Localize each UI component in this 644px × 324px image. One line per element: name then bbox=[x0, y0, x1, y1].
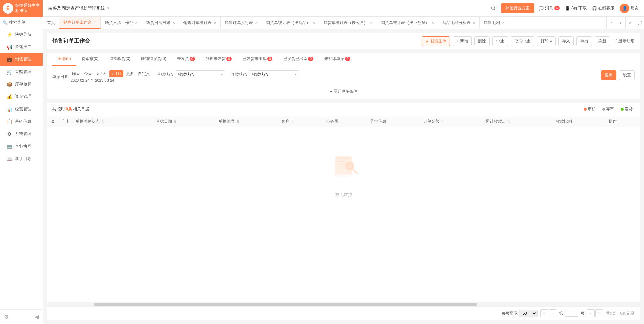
th-amount[interactable]: 订单金额 ⇅ bbox=[419, 116, 482, 127]
date-7days[interactable]: 近7天 bbox=[95, 70, 108, 77]
tab-close-sales-summary-staff[interactable]: ✕ bbox=[431, 21, 434, 25]
tab-close-sales-order[interactable]: ✕ bbox=[94, 21, 96, 24]
tab-sales-order[interactable]: 销售订单工作台 ✕ bbox=[59, 17, 101, 29]
filter-tab-shipped-not-in[interactable]: 已发货未出库0 bbox=[237, 53, 278, 66]
tab-sales-stats[interactable]: 销售订单统计表 ✕ bbox=[179, 17, 221, 29]
select-all-checkbox[interactable] bbox=[63, 119, 68, 123]
tab-gross-profit[interactable]: 商品毛利分析表 ✕ bbox=[438, 17, 480, 29]
sidebar-logo: 6 畅捷通好生意 标准版 bbox=[0, 0, 43, 17]
sidebar-nav-item-sales[interactable]: 💼 销售管理 bbox=[0, 53, 43, 66]
sidebar-nav-item-marketing[interactable]: 📢 营销推广 bbox=[0, 41, 43, 53]
payment-select[interactable]: 收款状态 bbox=[249, 70, 299, 78]
horizontal-scrollbar[interactable] bbox=[47, 302, 640, 306]
sidebar-nav-item-finance[interactable]: 💰 资金管理 bbox=[0, 90, 43, 103]
first-page-button[interactable]: « bbox=[540, 309, 548, 317]
show-detail-checkbox[interactable]: 显示明细 bbox=[613, 38, 635, 44]
filter-tab-expired-not-shipped[interactable]: 到期未发货0 bbox=[200, 53, 237, 66]
sidebar-search[interactable]: 🔍 搜索菜单 bbox=[0, 17, 43, 28]
date-1month[interactable]: 近1月 bbox=[109, 70, 124, 77]
filter-tab-pending-inspect[interactable]: 待拣验货(0) bbox=[104, 53, 136, 66]
tab-expand[interactable]: ⛶ bbox=[635, 17, 644, 29]
tab-close-sales-profit[interactable]: ✕ bbox=[502, 21, 505, 25]
tab-sales-summary-staff[interactable]: 销货单统计表（按业务员） ✕ bbox=[377, 17, 438, 29]
th-received[interactable]: 累计收款... ⇅ bbox=[482, 116, 552, 127]
tab-close-sales-summary-customer[interactable]: ✕ bbox=[370, 21, 373, 25]
filter-tab-all[interactable]: 全部(0) bbox=[52, 53, 76, 66]
sidebar-nav-item-purchase[interactable]: 🛒 采购管理 bbox=[0, 66, 43, 78]
sidebar-nav-item-quick-nav[interactable]: ⚡ 快捷导航 bbox=[0, 28, 43, 41]
review-action-button[interactable]: 审核 bbox=[582, 105, 598, 113]
tab-close-sales-summary-product[interactable]: ✕ bbox=[312, 21, 315, 25]
settings-gear-icon[interactable]: ⚙ bbox=[3, 312, 10, 321]
filter-settings-button[interactable]: 设置 bbox=[619, 70, 635, 80]
cancel-stop-button[interactable]: 取消中止 bbox=[511, 36, 534, 46]
print-button[interactable]: 打印 ▾ bbox=[537, 36, 556, 46]
message-button[interactable]: 💬 消息 6 bbox=[539, 5, 560, 11]
online-service-button[interactable]: 🎧 在线客服 bbox=[592, 5, 614, 11]
scrollbar-thumb[interactable] bbox=[94, 303, 477, 306]
sidebar-nav-item-base-info[interactable]: 📋 基础信息 bbox=[0, 115, 43, 128]
tab-sales-profit[interactable]: 销售毛利 ✕ bbox=[480, 17, 509, 29]
export-button[interactable]: 导出 bbox=[576, 36, 592, 46]
sidebar-nav-item-guide[interactable]: 📖 新手引导 bbox=[0, 153, 43, 165]
cancel-review-action-button[interactable]: 弃审 bbox=[600, 105, 616, 113]
tab-scroll-left[interactable]: ‹ bbox=[606, 17, 616, 29]
tab-close-cash-daily[interactable]: ✕ bbox=[135, 21, 138, 25]
filter-tab-shipped-out[interactable]: 已发货已出库0 bbox=[278, 53, 319, 66]
sidebar-nav-item-enterprise[interactable]: 🏢 企业协同 bbox=[0, 140, 43, 153]
tab-cash-daily[interactable]: 钱货日清工作台 ✕ bbox=[101, 17, 142, 29]
filter-tab-wangpu-ship[interactable]: 旺铺待发货(0) bbox=[136, 53, 172, 66]
date-today[interactable]: 今天 bbox=[83, 70, 93, 77]
tab-close-all[interactable]: ✕ bbox=[625, 17, 635, 29]
date-custom[interactable]: 自定义 bbox=[137, 70, 152, 77]
tab-sales-summary-customer[interactable]: 销货单统计表（按客户） ✕ bbox=[319, 17, 377, 29]
th-settings[interactable]: ⚙ bbox=[47, 116, 59, 127]
sidebar-nav-item-inventory[interactable]: 📦 库存核算 bbox=[0, 78, 43, 90]
filter-tab-not-printed[interactable]: 未打印单据0 bbox=[319, 53, 356, 66]
tab-home[interactable]: 首页 bbox=[43, 17, 59, 29]
header-dropdown-arrow[interactable]: ▾ bbox=[107, 6, 109, 10]
th-number[interactable]: 单据编号 ⇅ bbox=[215, 116, 277, 127]
sidebar-nav-item-operations[interactable]: 📊 经营管理 bbox=[0, 103, 43, 115]
app-download-button[interactable]: 📱 App下载 bbox=[565, 5, 587, 11]
import-button[interactable]: 导入 bbox=[558, 36, 574, 46]
tab-sales-summary-product[interactable]: 销货单统计表（按商品） ✕ bbox=[262, 17, 319, 29]
trial-button[interactable]: 体验行业方案 bbox=[501, 3, 534, 13]
last-page-button[interactable]: » bbox=[595, 309, 603, 317]
status-select[interactable]: 收款状态 bbox=[175, 70, 225, 78]
collapse-icon[interactable]: ◀ bbox=[33, 312, 40, 321]
date-yesterday[interactable]: 昨天 bbox=[71, 70, 81, 77]
next-page-button[interactable]: › bbox=[587, 309, 595, 317]
filter-tab-pending-review[interactable]: 待审核(0) bbox=[76, 53, 104, 66]
per-page-select[interactable]: 50 100 200 bbox=[519, 310, 538, 317]
tab-close-cash-reconcile[interactable]: ✕ bbox=[172, 21, 175, 25]
th-staff[interactable]: 业务员 bbox=[322, 116, 366, 127]
new-button[interactable]: + 新增 bbox=[453, 36, 472, 46]
filter-section: 全部(0) 待审核(0) 待拣验货(0) 旺铺待发货(0) 未发货0 到期未发货… bbox=[47, 53, 640, 99]
tab-sales-exec[interactable]: 销售订单执行表 ✕ bbox=[221, 17, 262, 29]
prev-page-button[interactable]: ‹ bbox=[549, 309, 557, 317]
tab-scroll-right[interactable]: › bbox=[616, 17, 625, 29]
header-gear-icon[interactable]: ⚙ bbox=[489, 4, 497, 13]
th-customer[interactable]: 客户 ⇅ bbox=[277, 116, 322, 127]
tab-close-sales-stats[interactable]: ✕ bbox=[214, 21, 216, 25]
user-menu[interactable]: 👤 用友 bbox=[620, 4, 639, 13]
sidebar-nav-item-system[interactable]: ⚙ 系统管理 bbox=[0, 128, 43, 140]
empty-icon bbox=[327, 148, 360, 188]
ship-action-button[interactable]: 发货 bbox=[619, 105, 635, 113]
smart-create-button[interactable]: ★ 智能生单 bbox=[422, 36, 450, 46]
refresh-button[interactable]: 刷新 bbox=[595, 36, 610, 46]
expand-more-button[interactable]: ▾ 展开更多条件 bbox=[327, 87, 360, 96]
stop-button[interactable]: 中止 bbox=[492, 36, 508, 46]
page-number-input[interactable]: 1 bbox=[565, 310, 578, 317]
tab-cash-reconcile[interactable]: 钱货日清对账 ✕ bbox=[142, 17, 179, 29]
date-more[interactable]: 更多 bbox=[125, 70, 135, 77]
tab-close-sales-exec[interactable]: ✕ bbox=[255, 21, 258, 25]
search-button[interactable]: 查询 bbox=[601, 70, 616, 80]
filter-tab-not-shipped[interactable]: 未发货0 bbox=[172, 53, 201, 66]
tab-close-gross-profit[interactable]: ✕ bbox=[473, 21, 475, 25]
th-checkbox[interactable] bbox=[59, 116, 72, 127]
delete-button[interactable]: 删除 bbox=[474, 36, 490, 46]
show-detail-input[interactable] bbox=[613, 39, 617, 43]
th-date[interactable]: 单据日期 ⇅ bbox=[152, 116, 215, 127]
